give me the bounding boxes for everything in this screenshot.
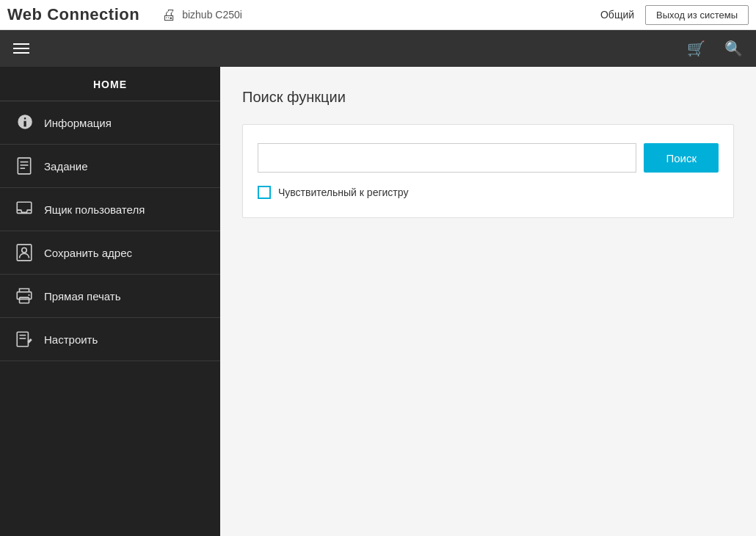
- sidebar-item-save-address-label: Сохранить адрес: [44, 247, 132, 259]
- printer-icon: 🖨: [161, 7, 176, 23]
- sidebar-item-userbox[interactable]: Ящик пользователя: [0, 188, 220, 231]
- sidebar-home-label: HOME: [0, 67, 220, 101]
- svg-point-6: [22, 248, 27, 253]
- search-submit-button[interactable]: Поиск: [644, 143, 719, 173]
- sidebar-item-userbox-label: Ящик пользователя: [44, 203, 145, 216]
- sidebar-item-settings[interactable]: Настроить: [0, 318, 220, 361]
- search-panel: Поиск Чувствительный к регистру: [242, 124, 734, 218]
- cart-button[interactable]: 🛒: [681, 36, 711, 61]
- search-input[interactable]: [258, 143, 636, 173]
- info-icon: [15, 113, 34, 132]
- header-right: Общий Выход из системы: [600, 5, 749, 25]
- user-label: Общий: [600, 9, 634, 21]
- search-row: Поиск: [258, 143, 719, 173]
- menu-bar-2: [13, 48, 29, 49]
- logout-button[interactable]: Выход из системы: [645, 5, 749, 25]
- task-icon: [15, 156, 34, 175]
- sidebar-item-direct-print-label: Прямая печать: [44, 290, 121, 303]
- topbar: 🛒 🔍: [0, 30, 756, 67]
- device-info: 🖨 bizhub C250i: [161, 7, 242, 23]
- svg-rect-0: [18, 158, 30, 174]
- sidebar-item-info-label: Информация: [44, 117, 112, 129]
- sidebar-item-settings-label: Настроить: [44, 333, 98, 346]
- sidebar: HOME Информация Задание Ящик пользовател…: [0, 67, 220, 536]
- main-content: Поиск функции Поиск Чувствительный к рег…: [220, 67, 756, 536]
- search-button-topbar[interactable]: 🔍: [719, 36, 749, 61]
- app-header: Web Connection 🖨 bizhub C250i Общий Выхо…: [0, 0, 756, 30]
- page-title: Поиск функции: [242, 89, 734, 106]
- search-icon: 🔍: [724, 40, 743, 57]
- svg-point-9: [28, 294, 29, 296]
- main-layout: HOME Информация Задание Ящик пользовател…: [0, 67, 756, 536]
- svg-rect-7: [20, 297, 29, 303]
- settings-icon: [15, 330, 34, 349]
- svg-rect-10: [17, 332, 28, 347]
- cart-icon: 🛒: [687, 40, 705, 57]
- menu-bar-3: [13, 52, 29, 54]
- device-name: bizhub C250i: [182, 9, 242, 21]
- address-icon: [15, 243, 34, 262]
- print-icon: [15, 286, 34, 305]
- case-sensitive-label[interactable]: Чувствительный к регистру: [278, 186, 408, 198]
- inbox-icon: [15, 200, 34, 219]
- sidebar-item-task[interactable]: Задание: [0, 145, 220, 188]
- topbar-right: 🛒 🔍: [681, 36, 749, 61]
- topbar-left: [7, 40, 35, 57]
- checkbox-row: Чувствительный к регистру: [258, 186, 719, 199]
- app-logo: Web Connection: [7, 5, 139, 24]
- sidebar-item-save-address[interactable]: Сохранить адрес: [0, 231, 220, 275]
- case-sensitive-checkbox[interactable]: [258, 186, 271, 199]
- svg-rect-4: [17, 202, 32, 213]
- sidebar-item-direct-print[interactable]: Прямая печать: [0, 275, 220, 318]
- sidebar-item-info[interactable]: Информация: [0, 101, 220, 145]
- menu-button[interactable]: [7, 40, 35, 57]
- menu-bar-1: [13, 43, 29, 45]
- sidebar-item-task-label: Задание: [44, 160, 88, 173]
